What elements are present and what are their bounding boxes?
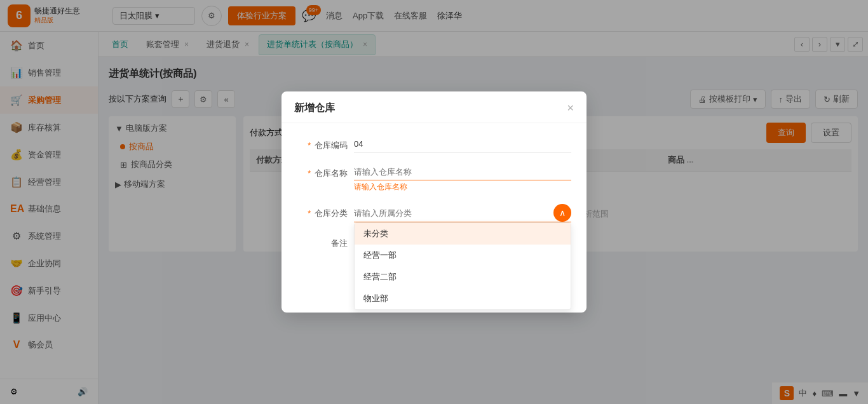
warehouse-code-input[interactable] — [354, 136, 571, 152]
category-dropdown-arrow[interactable]: ∧ — [553, 204, 571, 222]
name-error-msg: 请输入仓库名称 — [354, 182, 571, 192]
modal-body: * 仓库编码 * 仓库名称 请输入仓库名称 * — [281, 123, 587, 274]
new-warehouse-modal: 新增仓库 × * 仓库编码 * 仓库名称 请输入仓库名称 — [281, 91, 587, 313]
dropdown-item-uncategorized[interactable]: 未分类 — [355, 223, 571, 245]
code-label: * 仓库编码 — [297, 136, 348, 151]
name-field-wrap: 请输入仓库名称 — [354, 164, 571, 192]
modal-overlay: 新增仓库 × * 仓库编码 * 仓库名称 请输入仓库名称 — [0, 0, 868, 404]
name-label: * 仓库名称 — [297, 164, 348, 179]
warehouse-name-input[interactable] — [354, 164, 571, 180]
form-row-name: * 仓库名称 请输入仓库名称 — [297, 164, 571, 192]
note-label: 备注 — [297, 234, 348, 249]
category-input-row: ∧ — [354, 204, 571, 222]
dropdown-item-dept2[interactable]: 经营二部 — [355, 266, 571, 288]
dropdown-item-property[interactable]: 物业部 — [355, 288, 571, 309]
dropdown-item-dept1[interactable]: 经营一部 — [355, 245, 571, 266]
category-dropdown-wrap: ∧ 未分类 经营一部 经营二部 — [354, 204, 571, 222]
modal-header: 新增仓库 × — [281, 91, 587, 123]
modal-title: 新增仓库 — [294, 102, 335, 115]
form-row-category: * 仓库分类 ∧ 未分类 — [297, 204, 571, 222]
category-label: * 仓库分类 — [297, 204, 348, 219]
form-row-code: * 仓库编码 — [297, 136, 571, 152]
category-input[interactable] — [354, 205, 553, 221]
category-dropdown-list: 未分类 经营一部 经营二部 物业部 — [354, 222, 571, 310]
modal-close-button[interactable]: × — [567, 102, 574, 115]
